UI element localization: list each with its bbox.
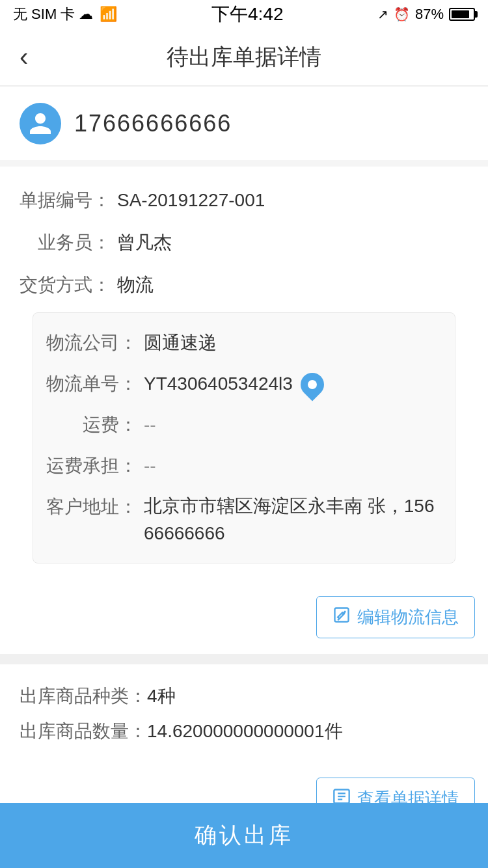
svg-rect-2 (335, 608, 349, 621)
status-bar: 无 SIM 卡 ☁ 📶 下午4:42 ↗ ⏰ 87% (0, 0, 488, 29)
delivery-value: 物流 (117, 271, 468, 300)
status-right: ↗ ⏰ 87% (377, 6, 475, 23)
goods-quantity-row: 出库商品数量： 14.620000000000001件 (20, 719, 468, 744)
logistics-freight-bear-row: 运费承担： -- (46, 452, 442, 481)
logistics-freight-label: 运费： (46, 411, 137, 440)
sim-status: 无 SIM 卡 ☁ (13, 5, 93, 24)
doc-number-row: 单据编号： SA-20191227-001 (20, 186, 468, 215)
logistics-company-row: 物流公司： 圆通速递 (46, 329, 442, 358)
logistics-tracking-value: YT43064053424l3 (144, 370, 442, 399)
avatar (20, 103, 61, 144)
location-icon: ↗ (377, 7, 388, 22)
salesman-value: 曾凡杰 (117, 228, 468, 258)
tracking-number-text: YT43064053424l3 (144, 370, 293, 399)
alarm-icon: ⏰ (394, 7, 410, 22)
battery-icon (449, 8, 475, 21)
document-info-section: 单据编号： SA-20191227-001 业务员： 曾凡杰 交货方式： 物流 … (0, 167, 488, 583)
goods-quantity-value: 14.620000000000001件 (147, 719, 343, 744)
edit-logistics-label: 编辑物流信息 (357, 606, 459, 629)
location-pin-icon[interactable] (295, 368, 329, 401)
person-icon (27, 111, 53, 137)
dashed-divider (0, 160, 488, 165)
goods-quantity-label: 出库商品数量： (20, 719, 147, 744)
goods-types-row: 出库商品种类： 4种 (20, 684, 468, 709)
logistics-freight-row: 运费： -- (46, 411, 442, 440)
logistics-tracking-label: 物流单号： (46, 370, 137, 399)
logistics-address-row: 客户地址： 北京市市辖区海淀区永丰南 张，156 66666666 (46, 493, 442, 547)
edit-icon (332, 606, 351, 629)
salesman-row: 业务员： 曾凡杰 (20, 228, 468, 258)
edit-btn-wrapper: 编辑物流信息 (0, 583, 488, 654)
delivery-label: 交货方式： (20, 271, 111, 300)
delivery-row: 交货方式： 物流 (20, 271, 468, 300)
customer-header: 17666666666 (0, 87, 488, 160)
logistics-company-label: 物流公司： (46, 329, 137, 358)
battery-percent: 87% (415, 6, 444, 23)
confirm-button-label: 确认出库 (195, 821, 293, 850)
doc-number-value: SA-20191227-001 (117, 186, 468, 215)
goods-section: 出库商品种类： 4种 出库商品数量： 14.620000000000001件 (0, 664, 488, 767)
confirm-button[interactable]: 确认出库 (0, 803, 488, 868)
doc-number-label: 单据编号： (20, 186, 111, 215)
logistics-tracking-row: 物流单号： YT43064053424l3 (46, 370, 442, 399)
logistics-freight-bear-value: -- (144, 452, 442, 481)
edit-logistics-button[interactable]: 编辑物流信息 (316, 596, 475, 638)
logistics-freight-bear-label: 运费承担： (46, 452, 137, 481)
logistics-address-value: 北京市市辖区海淀区永丰南 张，156 66666666 (144, 493, 442, 547)
page-title: 待出库单据详情 (167, 42, 321, 72)
goods-types-label: 出库商品种类： (20, 684, 147, 709)
salesman-label: 业务员： (20, 228, 111, 258)
goods-types-value: 4种 (147, 684, 176, 709)
logistics-card: 物流公司： 圆通速递 物流单号： YT43064053424l3 运费： -- … (33, 312, 455, 563)
section-separator (0, 654, 488, 664)
status-left: 无 SIM 卡 ☁ 📶 (13, 5, 117, 24)
customer-phone: 17666666666 (74, 110, 232, 137)
logistics-address-label: 客户地址： (46, 493, 137, 522)
logistics-company-value: 圆通速递 (144, 329, 442, 358)
wifi-icon: 📶 (100, 6, 117, 23)
logistics-freight-value: -- (144, 411, 442, 440)
nav-bar: ‹ 待出库单据详情 (0, 29, 488, 86)
back-button[interactable]: ‹ (20, 42, 59, 72)
status-time: 下午4:42 (211, 2, 284, 27)
